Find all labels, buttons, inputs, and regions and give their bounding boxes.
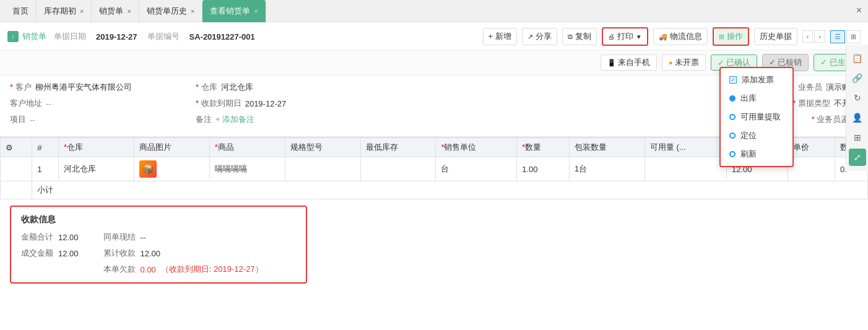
transaction-row: 成交金额 12.00 (21, 248, 79, 259)
cumulative-label: 累计收款 (103, 248, 136, 259)
total-amount-value: 12.00 (58, 233, 79, 242)
col-product: *商品 (209, 138, 285, 157)
row-price (788, 157, 835, 181)
subtotal-label: 小计 (32, 181, 868, 199)
tab-bar: 首页 库存期初 × 销货单 × 销货单历史 × 查看销货单 × × (0, 0, 868, 22)
add-invoice-icon: ✓ (729, 76, 737, 84)
row-warehouse: 河北仓库 (59, 157, 134, 181)
add-notes-button[interactable]: + 添加备注 (215, 114, 254, 125)
ship-out-icon (729, 95, 736, 102)
link-icon[interactable]: 🔗 (849, 69, 866, 87)
view-toggle: ☰ ⊞ (830, 30, 861, 43)
total-amount-label: 金额合计 (21, 232, 53, 243)
prev-doc[interactable]: ‹ (802, 30, 814, 43)
payment-col-right: 同单现结 -- 累计收款 12.00 本单欠款 0.00 （收款到期日: 201… (103, 232, 263, 275)
subtotal-gear (1, 181, 32, 199)
row-pkg-qty: 1台 (570, 157, 645, 181)
staff-label: 业务员 (798, 82, 822, 93)
sales-staff-label: 业务员孟 (812, 114, 849, 125)
qty-extract-icon (729, 114, 736, 120)
customer-field: 客户 柳州粤港平安气体有限公司 (10, 82, 183, 93)
refresh-item[interactable]: 刷新 (721, 145, 792, 163)
qty-extract-item[interactable]: 可用量提取 (721, 108, 792, 126)
due-date-value[interactable]: 2019-12-27 (245, 99, 287, 108)
mobile-source-button[interactable]: 📱 来自手机 (601, 54, 657, 71)
doc-title: ↑ 销货单 (7, 31, 46, 42)
row-available (644, 157, 726, 181)
doc-icon: ↑ (7, 31, 19, 42)
share-button[interactable]: ↗ 分享 (522, 28, 557, 45)
same-order-label: 同单现结 (103, 232, 136, 243)
locate-item[interactable]: 定位 (721, 126, 792, 145)
add-button[interactable]: + 新增 (483, 28, 517, 45)
ops-dropdown-menu: ✓ 添加发票 出库 可用量提取 定位 刷新 (719, 67, 794, 167)
customer-label: 客户 (10, 82, 32, 93)
col-min-stock: 最低库存 (360, 138, 436, 157)
row-product[interactable]: 嗝嗝嗝嗝 (209, 157, 285, 181)
close-history-tab[interactable]: × (191, 7, 194, 15)
tab-sales-history[interactable]: 销货单历史 × (139, 0, 202, 22)
project-field: 项目 -- (10, 114, 183, 125)
subtotal-row: 小计 (1, 181, 868, 199)
refresh-sidebar-icon[interactable]: ↻ (849, 89, 866, 106)
grid-sidebar-icon[interactable]: ⊞ (849, 129, 866, 146)
current-due-label: 本单欠款 (103, 264, 136, 275)
col-num: # (32, 138, 59, 157)
close-sales-tab[interactable]: × (127, 7, 131, 15)
next-doc[interactable]: › (814, 30, 825, 43)
ship-out-item[interactable]: 出库 (721, 89, 792, 108)
row-gear[interactable] (1, 157, 32, 181)
col-gear[interactable]: ⚙ (1, 138, 32, 157)
unopened-ticket-button[interactable]: ● 未开票 (662, 54, 706, 71)
warehouse-field: 仓库 河北仓库 (196, 82, 369, 93)
bottom-section: 收款信息 金额合计 12.00 成交金额 12.00 (0, 199, 868, 290)
cumulative-row: 累计收款 12.00 (103, 248, 263, 259)
current-due-row: 本单欠款 0.00 （收款到期日: 2019-12-27） (103, 264, 263, 275)
close-view-sales-tab[interactable]: × (254, 7, 258, 15)
ops-button[interactable]: ⊞ 操作 (713, 27, 749, 46)
list-view[interactable]: ☰ (830, 30, 845, 43)
add-invoice-item[interactable]: ✓ 添加发票 (721, 71, 792, 89)
tab-view-sales[interactable]: 查看销货单 × (202, 0, 266, 22)
grid-view[interactable]: ⊞ (846, 30, 861, 43)
current-due-value: 0.00 (141, 265, 156, 274)
customer-value[interactable]: 柳州粤港平安气体有限公司 (35, 82, 132, 93)
project-value: -- (30, 115, 35, 124)
ticket-label: 票据类型 (792, 98, 830, 109)
address-value: -- (46, 99, 51, 108)
attachment-icon[interactable]: 📋 (849, 50, 866, 67)
close-inventory-tab[interactable]: × (80, 7, 84, 15)
person-icon[interactable]: 👤 (849, 109, 866, 126)
expand-icon[interactable]: ⤢ (849, 149, 866, 166)
due-date-label: 收款到期日 (196, 98, 241, 109)
col-qty: *数量 (517, 138, 570, 157)
window-close-button[interactable]: × (856, 5, 862, 16)
col-image: 商品图片 (134, 138, 209, 157)
logistics-button[interactable]: 🚚 物流信息 (653, 28, 708, 45)
due-date-note: （收款到期日: 2019-12-27） (161, 264, 263, 275)
row-num: 1 (32, 157, 59, 181)
notes-field: 备注 + 添加备注 (196, 114, 369, 125)
total-amount-row: 金额合计 12.00 (21, 232, 79, 243)
nav-arrows: ‹ › (802, 30, 825, 43)
tab-inventory[interactable]: 库存期初 × (37, 0, 92, 22)
print-button[interactable]: 🖨 打印 ▼ (602, 27, 648, 46)
transaction-label: 成交金额 (21, 248, 53, 259)
address-label: 客户地址 (10, 98, 42, 109)
payment-rows: 金额合计 12.00 成交金额 12.00 同单现结 -- (21, 232, 296, 275)
main-content: ↑ 销货单 单据日期 2019-12-27 单据编号 SA-20191227-0… (0, 22, 868, 330)
payment-info-box: 收款信息 金额合计 12.00 成交金额 12.00 (10, 206, 307, 284)
col-spec: 规格型号 (285, 138, 360, 157)
warehouse-value[interactable]: 河北仓库 (221, 82, 253, 93)
right-sidebar: 📋 🔗 ↻ 👤 ⊞ ⤢ (846, 45, 868, 171)
history-button[interactable]: 历史单据 (754, 28, 797, 45)
tab-sales[interactable]: 销货单 × (92, 0, 139, 22)
row-min-stock (360, 157, 436, 181)
copy-button[interactable]: ⧉ 复制 (562, 28, 597, 45)
col-price: 单价 (788, 138, 835, 157)
due-date-field: 收款到期日 2019-12-27 (196, 98, 369, 109)
tab-home[interactable]: 首页 (5, 0, 37, 22)
product-image: 📦 (139, 160, 157, 178)
address-field: 客户地址 -- (10, 98, 183, 109)
doc-meta: 单据日期 2019-12-27 单据编号 SA-20191227-001 (54, 31, 255, 42)
